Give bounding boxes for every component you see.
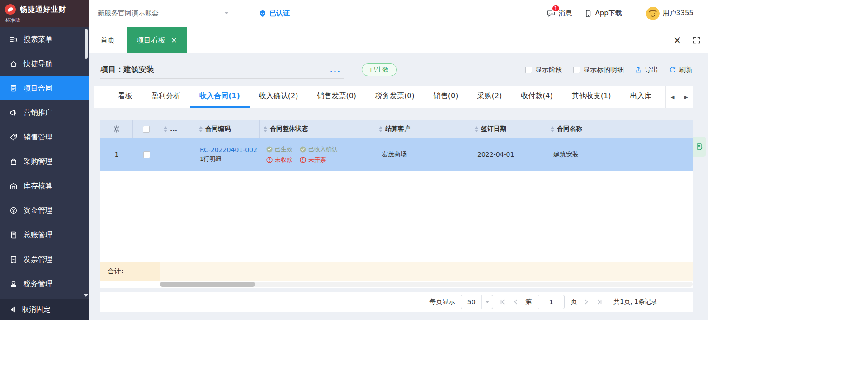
project-label: 项目： xyxy=(100,65,123,74)
divider xyxy=(634,10,634,18)
tab-sales[interactable]: 销售(0) xyxy=(424,86,468,108)
sidebar-scrollbar[interactable] xyxy=(83,27,89,299)
sidebar-item-label: 税务管理 xyxy=(24,279,52,289)
sidebar-item-marketing[interactable]: 营销推广 xyxy=(0,100,89,125)
row-checkbox[interactable] xyxy=(143,151,150,158)
refresh-button[interactable]: 刷新 xyxy=(669,66,693,74)
column-header-customer[interactable]: 结算客户 xyxy=(375,120,471,138)
status-label: 已生效 xyxy=(275,145,292,153)
first-page-button[interactable] xyxy=(499,298,506,306)
tabbar-actions: × xyxy=(673,27,708,53)
home-icon xyxy=(9,59,18,68)
prev-page-button[interactable] xyxy=(512,298,519,306)
tabs-scroll-right-button[interactable]: ▶ xyxy=(679,86,693,108)
tab-purchase[interactable]: 采购(2) xyxy=(467,86,511,108)
sidebar-item-purchase[interactable]: 采购管理 xyxy=(0,149,89,174)
sidebar-item-project-contract[interactable]: 项目合同 xyxy=(0,76,89,100)
last-page-button[interactable] xyxy=(596,298,603,306)
sidebar-item-search-menu[interactable]: 搜索菜单 xyxy=(0,27,89,52)
page-tabs: 看板 盈利分析 收入合同(1) 收入确认(2) 销售发票(0) 税务发票(0) … xyxy=(94,86,693,108)
main-content: 项目：建筑安装 ... 已生效 显示阶段 显示标的明细 导出 xyxy=(89,53,708,320)
sidebar-item-funds[interactable]: 资金管理 xyxy=(0,198,89,223)
app-download-button[interactable]: App下载 xyxy=(584,9,622,18)
column-header-contract-status[interactable]: 合同整体状态 xyxy=(260,120,375,138)
column-header-contract-code[interactable]: 合同编码 xyxy=(195,120,260,138)
horizontal-scrollbar-thumb[interactable] xyxy=(160,282,255,287)
more-button[interactable]: ... xyxy=(330,65,341,74)
sort-icon xyxy=(551,126,554,132)
unpin-label: 取消固定 xyxy=(22,305,51,315)
column-header-sign-date[interactable]: 签订日期 xyxy=(471,120,547,138)
detail-panel-handle[interactable] xyxy=(693,137,706,157)
tab-sales-invoice[interactable]: 销售发票(0) xyxy=(307,86,366,108)
brand-header: 畅捷通好业财 标准版 xyxy=(0,0,89,27)
page-number-input[interactable] xyxy=(538,295,565,309)
select-all-checkbox[interactable] xyxy=(143,126,150,133)
unpin-button[interactable]: 取消固定 xyxy=(0,299,89,320)
fullscreen-icon[interactable] xyxy=(693,36,701,44)
messages-button[interactable]: 1 消息 xyxy=(547,9,572,18)
contract-code-link[interactable]: RC-20220401-002 xyxy=(200,146,257,153)
toggle-show-phase[interactable]: 显示阶段 xyxy=(525,66,562,74)
tab-tax-invoice[interactable]: 税务发票(0) xyxy=(366,86,424,108)
tab-profit-analysis[interactable]: 盈利分析 xyxy=(142,86,190,108)
table-row[interactable]: 1 RC-20220401-002 1行明细 已生效 xyxy=(100,138,693,171)
column-label: 结算客户 xyxy=(385,125,410,133)
project-title-field: 项目：建筑安装 ... xyxy=(100,61,344,79)
tab-other-income-expense[interactable]: 其他收支(1) xyxy=(562,86,621,108)
column-header-contract-name[interactable]: 合同名称 xyxy=(547,120,693,138)
page-header-actions: 显示阶段 显示标的明细 导出 刷新 xyxy=(525,66,693,74)
tab-home[interactable]: 首页 xyxy=(89,27,127,53)
tab-income-contract[interactable]: 收入合同(1) xyxy=(190,86,250,108)
export-button[interactable]: 导出 xyxy=(635,66,658,74)
page-header: 项目：建筑安装 ... 已生效 显示阶段 显示标的明细 导出 xyxy=(100,60,693,80)
tab-income-confirm[interactable]: 收入确认(2) xyxy=(250,86,308,108)
sort-icon xyxy=(475,126,478,132)
sidebar-item-label: 销售管理 xyxy=(24,133,52,142)
tabs-scroll-left-button[interactable]: ◀ xyxy=(665,86,679,108)
phone-icon xyxy=(584,10,592,18)
next-page-button[interactable] xyxy=(583,298,590,306)
sidebar-item-inventory[interactable]: 库存核算 xyxy=(0,174,89,198)
refresh-icon xyxy=(669,66,676,73)
chevron-down-icon xyxy=(481,295,493,309)
scroll-down-icon[interactable] xyxy=(84,294,88,297)
sidebar-item-label: 快捷导航 xyxy=(24,59,52,69)
column-label: 签订日期 xyxy=(481,125,506,133)
sidebar-item-sales[interactable]: 销售管理 xyxy=(0,125,89,149)
sidebar-item-quick-nav[interactable]: 快捷导航 xyxy=(0,52,89,76)
sidebar-item-ledger[interactable]: 总账管理 xyxy=(0,223,89,247)
warning-circle-icon xyxy=(300,157,306,163)
close-tab-icon[interactable]: × xyxy=(171,37,177,44)
column-label: 合同整体状态 xyxy=(270,125,308,133)
close-icon[interactable]: × xyxy=(673,35,682,46)
column-header-dots[interactable]: ... xyxy=(160,120,195,138)
status-label: 未收款 xyxy=(275,156,292,164)
coin-icon xyxy=(9,206,18,215)
sidebar-item-label: 营销推广 xyxy=(24,108,52,118)
horizontal-scrollbar[interactable] xyxy=(100,281,693,288)
chevron-down-icon xyxy=(224,12,229,14)
toggle-show-detail[interactable]: 显示标的明细 xyxy=(573,66,624,74)
tab-kanban[interactable]: 看板 xyxy=(108,86,142,108)
sidebar-item-label: 库存核算 xyxy=(24,182,52,191)
sidebar-item-tax[interactable]: 税务管理 xyxy=(0,272,89,296)
toggle-label: 显示标的明细 xyxy=(583,66,624,74)
tab-label: 出入库 xyxy=(630,91,651,101)
tab-scroll-controls: ◀ ▶ xyxy=(665,86,693,108)
certified-badge[interactable]: 已认证 xyxy=(259,9,290,18)
tab-in-out-stock[interactable]: 出入库 xyxy=(620,86,651,108)
sidebar-scrollbar-thumb[interactable] xyxy=(85,29,88,59)
tab-receipt-payment[interactable]: 收付款(4) xyxy=(511,86,562,108)
gear-icon[interactable] xyxy=(113,125,120,133)
user-menu[interactable]: 用户3355 xyxy=(646,7,693,20)
tab-label: 税务发票(0) xyxy=(375,91,415,101)
account-select[interactable]: 新服务官网演示账套 xyxy=(96,6,231,21)
certified-label: 已认证 xyxy=(269,9,290,18)
tab-project-board[interactable]: 项目看板 × xyxy=(127,27,187,53)
checkbox[interactable] xyxy=(525,67,532,73)
sidebar-item-invoice[interactable]: 发票管理 xyxy=(0,247,89,272)
per-page-select[interactable]: 50 xyxy=(461,295,493,309)
total-label: 合计: xyxy=(100,262,160,281)
checkbox[interactable] xyxy=(573,67,580,73)
